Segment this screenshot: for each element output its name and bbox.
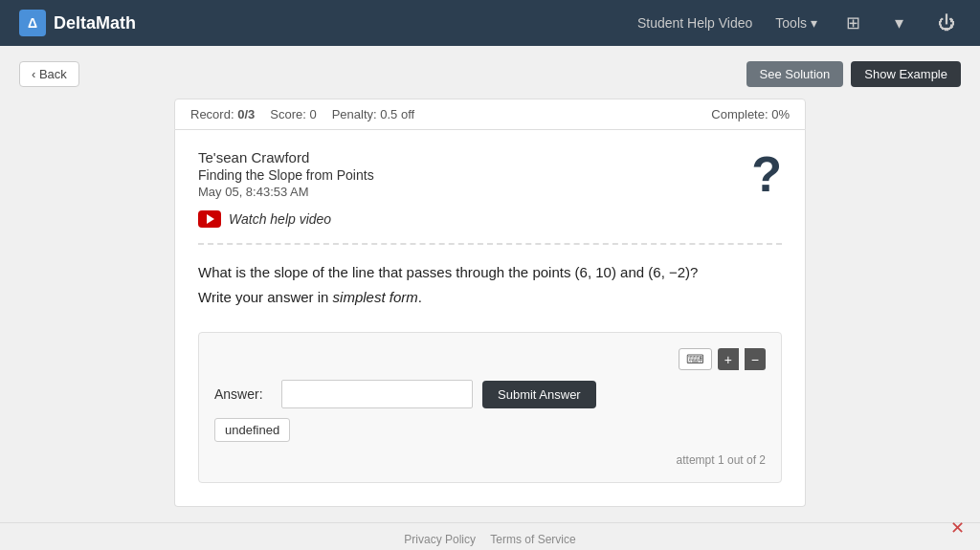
footer: Privacy Policy Terms of Service Copyrigh… (0, 522, 980, 550)
answer-area: ⌨ + − Answer: Submit Answer undefined at… (198, 332, 782, 483)
brand-icon: Δ (19, 10, 46, 36)
score-label: Score: 0 (270, 107, 316, 121)
question-mark-icon: ? (751, 149, 782, 199)
tools-arrow-icon: ▾ (811, 15, 817, 31)
logout-button[interactable]: ⏻ (932, 10, 961, 37)
simplest-form-em: simplest form (333, 289, 418, 305)
show-example-button[interactable]: Show Example (851, 61, 961, 87)
back-button[interactable]: ‹ Back (19, 61, 79, 87)
footer-links: Privacy Policy Terms of Service (10, 533, 970, 546)
brand-name: DeltaMath (54, 13, 136, 33)
record-left: Record: 0/3 Score: 0 Penalty: 0.5 off (190, 107, 414, 121)
play-icon (207, 214, 214, 224)
record-label: Record: 0/3 (190, 107, 255, 121)
answer-label: Answer: (214, 386, 272, 402)
calculator-button[interactable]: ⊞ (840, 9, 866, 37)
main-area: ‹ Back See Solution Show Example Record:… (0, 46, 980, 522)
record-bar: Record: 0/3 Score: 0 Penalty: 0.5 off Co… (174, 99, 806, 130)
attempt-text: attempt 1 out of 2 (214, 453, 766, 467)
chevron-down-icon[interactable]: ▾ (889, 9, 909, 37)
complete: Complete: 0% (711, 107, 790, 121)
help-video-link[interactable]: Watch help video (198, 210, 782, 228)
question-text: What is the slope of the line that passe… (198, 264, 698, 280)
score-value: 0 (309, 107, 316, 121)
brand: Δ DeltaMath (19, 10, 136, 36)
answer-row: Answer: Submit Answer (214, 380, 766, 408)
terms-of-service-link[interactable]: Terms of Service (490, 533, 575, 546)
navbar: Δ DeltaMath Student Help Video Tools ▾ ⊞… (0, 0, 980, 46)
student-help-video-link[interactable]: Student Help Video (637, 15, 752, 31)
problem-text: What is the slope of the line that passe… (198, 260, 782, 309)
close-icon[interactable]: ✕ (950, 517, 965, 539)
youtube-icon (198, 210, 221, 228)
answer-input[interactable] (281, 380, 473, 408)
problem-title: Finding the Slope from Points (198, 167, 782, 183)
instruction-text: Write your answer in simplest form. (198, 289, 422, 305)
zoom-out-button[interactable]: − (745, 348, 766, 370)
tools-menu[interactable]: Tools ▾ (775, 15, 817, 31)
penalty-label: Penalty: 0.5 off (332, 107, 415, 121)
undefined-tag: undefined (214, 418, 290, 442)
zoom-in-button[interactable]: + (718, 348, 739, 370)
complete-value: 0% (771, 107, 790, 121)
answer-toolbar: ⌨ + − (214, 348, 766, 370)
watch-help-video-label: Watch help video (229, 211, 331, 227)
see-solution-button[interactable]: See Solution (746, 61, 844, 87)
toolbar-right: See Solution Show Example (746, 61, 961, 87)
tools-label: Tools (775, 15, 807, 31)
penalty-value: 0.5 off (380, 107, 414, 121)
student-name: Te'sean Crawford (198, 149, 782, 165)
submit-answer-button[interactable]: Submit Answer (482, 381, 596, 408)
navbar-right: Student Help Video Tools ▾ ⊞ ▾ ⏻ (637, 9, 961, 37)
toolbar-row: ‹ Back See Solution Show Example (19, 61, 961, 87)
keyboard-icon-button[interactable]: ⌨ (679, 348, 712, 370)
privacy-policy-link[interactable]: Privacy Policy (404, 533, 476, 546)
record-value: 0/3 (237, 107, 255, 121)
problem-card: ? Te'sean Crawford Finding the Slope fro… (174, 130, 806, 507)
section-divider (198, 243, 782, 245)
problem-date: May 05, 8:43:53 AM (198, 185, 782, 199)
